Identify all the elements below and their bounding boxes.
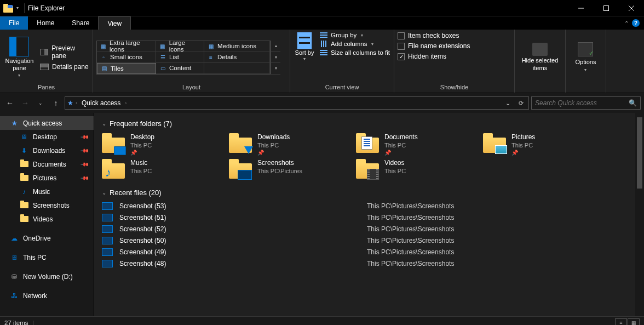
recent-file-row[interactable]: Screenshot (52) This PC\Pictures\Screens… [102,225,636,233]
sort-by-button[interactable]: Sort by ▾ [294,32,315,83]
layout-large[interactable]: ▦Large icons [156,41,204,52]
sidebar-item-onedrive[interactable]: ☁OneDrive [0,231,94,245]
preview-pane-button[interactable]: Preview pane [40,44,89,60]
layout-extra-large[interactable]: ▦Extra large icons [97,41,156,52]
folder-location: This PC [384,142,418,149]
sidebar-item-pictures[interactable]: Pictures📌 [0,171,94,185]
back-button[interactable]: ← [3,96,16,110]
recent-dropdown[interactable]: ⌄ [34,96,47,110]
recent-files-header[interactable]: ⌄Recent files (20) [102,189,636,197]
scrollbar[interactable] [635,113,644,316]
refresh-button[interactable]: ⟳ [515,100,526,107]
tab-view[interactable]: View [98,16,131,30]
qat-dropdown[interactable]: ▾ [14,5,21,10]
pin-icon: 📌 [384,150,418,156]
sidebar-item-new-volume[interactable]: ⛁New Volume (D:) [0,270,94,283]
up-button[interactable]: ↑ [49,96,62,110]
recent-file-row[interactable]: Screenshot (51) This PC\Pictures\Screens… [102,214,636,221]
maximize-button[interactable] [594,0,619,16]
search-input[interactable] [535,99,629,107]
tab-home[interactable]: Home [28,16,63,30]
sidebar-item-videos[interactable]: Videos [0,212,94,226]
ribbon: Navigation pane ▾ Preview pane Details p… [0,30,644,93]
scrollbar-thumb[interactable] [637,117,642,189]
tab-share[interactable]: Share [63,16,98,30]
pin-icon: 📌 [130,150,154,156]
hide-selected-button[interactable]: Hide selected items [518,43,562,71]
layout-content[interactable]: ▭Content [156,63,204,74]
folder-name: Screenshots [257,159,302,167]
layout-details[interactable]: ≡Details [204,52,270,63]
file-name: Screenshot (49) [119,248,360,256]
group-by-button[interactable]: Group by▾ [320,32,390,38]
sidebar-item-this-pc[interactable]: 🖥This PC [0,250,94,264]
folder-tile[interactable]: Desktop This PC 📌 [102,133,222,156]
breadcrumb-root[interactable]: Quick access [79,99,123,107]
sidebar-item-documents[interactable]: Documents📌 [0,157,94,171]
file-icon [102,260,113,267]
folder-tile[interactable]: Documents This PC 📌 [356,133,476,156]
folder-location: This PC [130,168,152,174]
layout-scroll[interactable]: ▴▾▾ [271,41,280,75]
ribbon-group-label: Show/hide [398,83,511,92]
forward-button[interactable]: → [19,96,32,110]
view-icons-button[interactable]: ▦ [628,318,640,326]
file-location: This PC\Pictures\Screenshots [367,202,454,210]
file-icon [102,214,113,221]
folder-tile[interactable]: Screenshots This PC\Pictures [229,159,349,179]
item-checkboxes-toggle[interactable]: Item check boxes [398,32,470,39]
frequent-folders-header[interactable]: ⌄Frequent folders (7) [102,119,636,128]
layout-tiles[interactable]: ▤Tiles [97,63,156,74]
pin-icon: 📌 [257,150,290,156]
recent-file-row[interactable]: Screenshot (50) This PC\Pictures\Screens… [102,237,636,244]
minimize-button[interactable] [568,0,594,16]
pin-icon: 📌 [81,173,89,182]
sidebar-item-desktop[interactable]: 🖥Desktop📌 [0,130,94,144]
file-extensions-toggle[interactable]: File name extensions [398,42,470,50]
folder-tile[interactable]: Downloads This PC 📌 [229,133,349,156]
sidebar-item-quick-access[interactable]: ★Quick access [0,116,94,130]
recent-file-row[interactable]: Screenshot (53) This PC\Pictures\Screens… [102,202,636,210]
size-all-columns-button[interactable]: Size all columns to fit [320,49,390,56]
checkbox-icon [398,53,405,60]
search-icon[interactable]: 🔍 [629,99,637,107]
sidebar-item-music[interactable]: ♪Music [0,185,94,198]
options-button[interactable]: Options ▾ [576,42,596,72]
hidden-items-toggle[interactable]: Hidden items [398,53,470,60]
titlebar: ▾ File Explorer [0,0,644,16]
navigation-pane-icon [9,37,29,56]
address-field[interactable]: ★ › Quick access › ⌄ ⟳ [65,96,529,110]
folder-tile[interactable]: Pictures This PC 📌 [483,133,603,156]
recent-file-row[interactable]: Screenshot (48) This PC\Pictures\Screens… [102,260,636,267]
file-icon [102,225,113,233]
recent-file-row[interactable]: Screenshot (49) This PC\Pictures\Screens… [102,248,636,256]
layout-list[interactable]: ☰List [156,52,204,63]
folder-tile[interactable]: Videos This PC [356,159,476,179]
search-field[interactable]: 🔍 [531,96,641,110]
folder-icon [483,133,506,153]
sidebar-item-network[interactable]: 🖧Network [0,289,94,303]
file-location: This PC\Pictures\Screenshots [367,260,454,267]
file-icon [102,248,113,256]
folder-tile[interactable]: ♪ Music This PC [102,159,222,179]
preview-pane-icon [40,49,48,55]
ribbon-collapse-icon[interactable]: ⌃ [624,20,629,26]
tab-file[interactable]: File [0,16,28,30]
help-icon[interactable]: ? [632,19,640,27]
layout-small[interactable]: ▫Small icons [97,52,156,63]
folder-location: This PC [130,142,154,149]
folder-name: Documents [384,133,418,141]
layout-medium[interactable]: ▦Medium icons [204,41,270,52]
view-details-button[interactable]: ≡ [615,318,627,326]
sidebar-item-screenshots[interactable]: Screenshots [0,198,94,212]
hide-icon [532,43,548,56]
add-columns-button[interactable]: Add columns▾ [320,41,390,47]
folder-name: Music [130,159,152,167]
close-button[interactable] [619,0,644,16]
navigation-pane-button[interactable]: Navigation pane ▾ [3,32,36,83]
folder-icon [229,159,252,179]
sidebar-item-downloads[interactable]: ⬇Downloads📌 [0,144,94,157]
svg-rect-1 [604,5,609,10]
address-dropdown[interactable]: ⌄ [502,100,513,107]
details-pane-button[interactable]: Details pane [40,63,89,71]
